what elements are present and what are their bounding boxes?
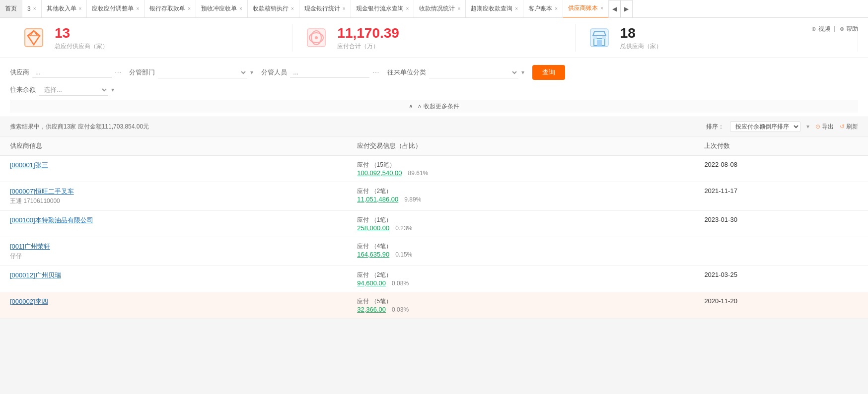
close-tab-customer-ledger[interactable]: × — [555, 6, 558, 11]
amount-link[interactable]: 32,366.00 — [357, 306, 386, 313]
dept-select[interactable] — [158, 66, 247, 78]
dept-arrow-icon: ▾ — [250, 69, 253, 76]
summary-payable-suppliers-number: 13 — [55, 25, 282, 42]
person-input[interactable] — [290, 67, 369, 78]
video-icon[interactable]: ⊙ 视频 — [811, 25, 830, 33]
dept-filter-label: 分管部门 — [129, 68, 155, 77]
supplier-link[interactable]: [000001]张三 — [10, 161, 48, 169]
close-tab-overdue-ar[interactable]: × — [515, 6, 518, 11]
amount-link[interactable]: 164,635.90 — [357, 251, 389, 258]
last-payment-cell — [694, 237, 868, 266]
nav-tab-cash-bank-flow-label: 现金银行流水查询 — [356, 4, 404, 13]
person-filter-label: 分管人员 — [261, 68, 287, 77]
nav-tab-bank-deposit[interactable]: 银行存取款单 × — [145, 0, 196, 18]
filter-supplier: 供应商 ··· — [10, 67, 121, 78]
top-navigation: 首页 3 × 其他收入单 × 应收应付调整单 × 银行存取款单 × 预收冲应收单… — [0, 0, 868, 18]
summary-payable-suppliers-label: 总应付供应商（家） — [55, 42, 282, 51]
nav-arrow-left[interactable]: ◀ — [609, 0, 621, 18]
amount-link[interactable]: 11,051,486.00 — [357, 196, 398, 203]
supplier-link[interactable]: [001]广州荣轩 — [10, 243, 50, 250]
collapse-icon: ∧ — [409, 103, 413, 110]
unit-class-select[interactable] — [429, 66, 518, 78]
result-bar: 搜索结果中，供应商13家 应付金额111,703,854.00元 排序： 按应付… — [0, 117, 868, 136]
last-payment-cell: 2022-08-08 — [694, 156, 868, 182]
nav-tab-receipt-verify[interactable]: 收款核销执行 × — [248, 0, 299, 18]
balance-filter-label: 往来余额 — [10, 85, 36, 94]
close-tab-bank-deposit[interactable]: × — [188, 6, 191, 11]
filter-dept: 分管部门 ▾ — [129, 66, 253, 78]
percent-label: 89.61% — [408, 170, 429, 177]
balance-select[interactable]: 选择... — [39, 84, 108, 96]
supplier-sub-info: 仔仔 — [10, 252, 337, 261]
close-tab-ar-ap-adjust[interactable]: × — [136, 6, 139, 11]
nav-tab-3[interactable]: 3 × — [22, 0, 42, 18]
nav-tab-other-income[interactable]: 其他收入单 × — [42, 0, 87, 18]
export-icon: ⊙ — [815, 123, 820, 130]
sort-arrow-icon: ▾ — [806, 123, 809, 130]
transaction-info-cell: 应付 （2笔）11,051,486.009.89% — [347, 182, 694, 211]
close-tab-prepaid-offset[interactable]: × — [239, 6, 242, 11]
close-tab-receipt-stats[interactable]: × — [457, 6, 460, 11]
nav-tab-prepaid-offset[interactable]: 预收冲应收单 × — [196, 0, 248, 18]
supplier-link[interactable]: [000012]广州贝瑞 — [10, 271, 61, 279]
divider: | — [834, 25, 836, 33]
data-table: 供应商信息 应付交易信息（占比） 上次付数 [000001]张三应付 （15笔）… — [0, 136, 868, 319]
export-button[interactable]: ⊙ 导出 — [815, 123, 834, 131]
supplier-link[interactable]: [000100]本特勤油品有限公司 — [10, 216, 93, 224]
supplier-info-cell: [000007]恒旺二手叉车王通 17106110000 — [0, 182, 347, 211]
result-bar-right: 排序： 按应付余额倒序排序 ▾ ⊙ 导出 ↺ 刷新 — [706, 121, 858, 132]
supplier-more-icon[interactable]: ··· — [115, 68, 121, 77]
nav-tab-3-label: 3 — [27, 5, 31, 12]
supplier-input[interactable] — [32, 67, 112, 78]
diamond-icon — [20, 24, 48, 52]
percent-label: 9.89% — [404, 196, 421, 203]
person-more-icon[interactable]: ··· — [372, 68, 379, 77]
transaction-info-cell: 应付 （1笔）258,000.000.23% — [347, 211, 694, 237]
nav-tab-cash-bank-flow[interactable]: 现金银行流水查询 × — [351, 0, 415, 18]
summary-total-suppliers-label: 总供应商（家） — [620, 42, 848, 51]
supplier-info-cell: [000001]张三 — [0, 156, 347, 182]
supplier-info-cell: [000100]本特勤油品有限公司 — [0, 211, 347, 237]
balance-arrow-icon: ▾ — [111, 86, 114, 93]
supplier-link[interactable]: [000002]李四 — [10, 298, 48, 305]
amount-link[interactable]: 94,600.00 — [357, 279, 386, 287]
close-tab-supplier-ledger[interactable]: × — [600, 5, 603, 11]
rice-icon — [302, 24, 330, 52]
close-tab-cash-bank-stats[interactable]: × — [343, 6, 346, 11]
table-row: [000007]恒旺二手叉车王通 17106110000应付 （2笔）11,05… — [0, 182, 868, 211]
filter-row-2: 往来余额 选择... ▾ — [10, 84, 858, 96]
close-tab-cash-bank-flow[interactable]: × — [406, 6, 409, 11]
supplier-link[interactable]: [000007]恒旺二手叉车 — [10, 188, 74, 195]
svg-rect-11 — [597, 40, 602, 46]
nav-arrow-right[interactable]: ▶ — [621, 0, 633, 18]
sort-select[interactable]: 按应付余额倒序排序 — [730, 121, 800, 132]
nav-tab-ar-ap-adjust[interactable]: 应收应付调整单 × — [87, 0, 145, 18]
tx-label: 应付 （1笔） — [357, 216, 392, 223]
nav-tab-supplier-ledger[interactable]: 供应商账本 × — [563, 0, 609, 18]
collapse-more-conditions[interactable]: ∧ ∧ 收起更多条件 — [10, 100, 858, 113]
table-row: [000100]本特勤油品有限公司应付 （1笔）258,000.000.23%2… — [0, 211, 868, 237]
close-tab-3[interactable]: × — [33, 6, 36, 11]
nav-tab-home[interactable]: 首页 — [0, 0, 22, 18]
filter-unit-class: 往来单位分类 ▾ — [387, 66, 524, 78]
nav-tab-customer-ledger[interactable]: 客户账本 × — [523, 0, 563, 18]
last-payment-cell: 2023-01-30 — [694, 211, 868, 237]
nav-tab-overdue-ar[interactable]: 超期应收款查询 × — [466, 0, 523, 18]
percent-label: 0.03% — [392, 306, 409, 313]
help-icon[interactable]: ⊙ 帮助 — [840, 25, 858, 33]
nav-tab-receipt-stats[interactable]: 收款情况统计 × — [414, 0, 466, 18]
nav-tab-receipt-stats-label: 收款情况统计 — [419, 4, 455, 13]
close-tab-receipt-verify[interactable]: × — [291, 6, 294, 11]
amount-link[interactable]: 100,092,540.00 — [357, 169, 402, 177]
close-tab-other-income[interactable]: × — [79, 6, 82, 11]
table-row: [001]广州荣轩仔仔应付 （4笔）164,635.900.15% — [0, 237, 868, 266]
filter-row-1: 供应商 ··· 分管部门 ▾ 分管人员 ··· 往来单位分类 ▾ 查询 — [10, 65, 858, 80]
nav-tab-bank-deposit-label: 银行存取款单 — [149, 4, 185, 13]
search-button[interactable]: 查询 — [532, 65, 565, 80]
nav-tab-cash-bank-stats[interactable]: 现金银行统计 × — [299, 0, 351, 18]
nav-tab-ar-ap-adjust-label: 应收应付调整单 — [92, 4, 134, 13]
unit-class-arrow-icon: ▾ — [521, 69, 524, 76]
amount-link[interactable]: 258,000.00 — [357, 224, 389, 232]
summary-card1-text: 13 总应付供应商（家） — [55, 25, 282, 51]
refresh-button[interactable]: ↺ 刷新 — [840, 123, 858, 131]
